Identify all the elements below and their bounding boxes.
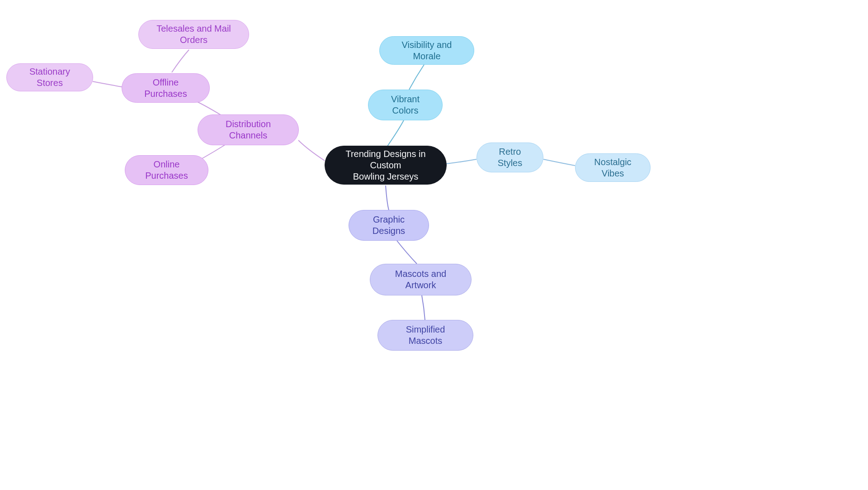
node-vibrant-colors[interactable]: Vibrant Colors xyxy=(368,90,443,120)
node-distribution-channels[interactable]: Distribution Channels xyxy=(198,114,299,145)
node-visibility-morale[interactable]: Visibility and Morale xyxy=(379,36,474,65)
node-offline-purchases[interactable]: Offline Purchases xyxy=(122,73,210,103)
edge-layer xyxy=(0,0,868,490)
node-stationary-stores[interactable]: Stationary Stores xyxy=(6,63,93,91)
node-nostalgic-vibes[interactable]: Nostalgic Vibes xyxy=(575,153,651,182)
node-telesales-mail[interactable]: Telesales and Mail Orders xyxy=(138,20,249,49)
node-graphic-designs[interactable]: Graphic Designs xyxy=(349,210,429,241)
node-simplified-mascots[interactable]: Simplified Mascots xyxy=(377,320,473,351)
node-online-purchases[interactable]: Online Purchases xyxy=(125,155,208,185)
node-mascots-artwork[interactable]: Mascots and Artwork xyxy=(370,264,472,295)
center-node[interactable]: Trending Designs in Custom Bowling Jerse… xyxy=(325,146,447,185)
node-retro-styles[interactable]: Retro Styles xyxy=(476,143,543,172)
